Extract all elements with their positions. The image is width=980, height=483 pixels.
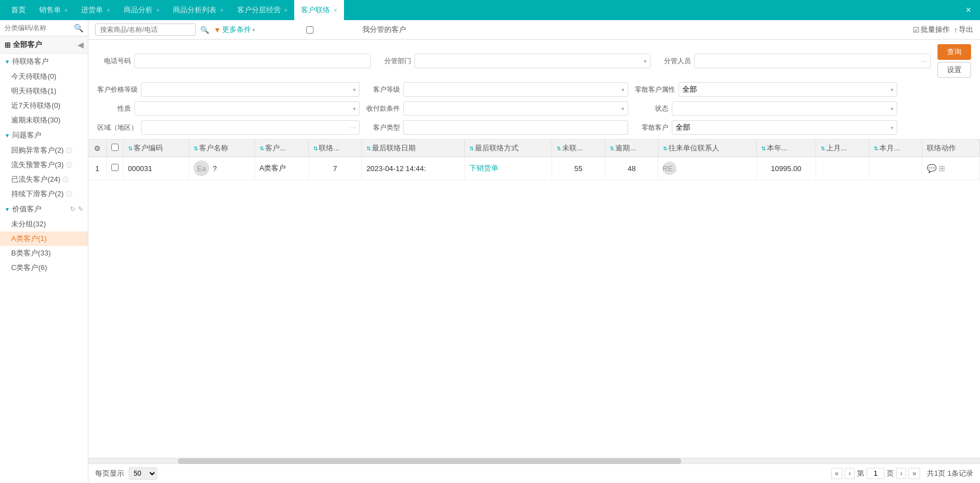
filter-region-input[interactable]: ··· — [141, 120, 360, 135]
nav-tab-analysis[interactable]: 商品分析 × — [117, 0, 166, 20]
nav-tab-customer-contact[interactable]: 客户联络 × — [294, 0, 343, 20]
sort-icon-this-year[interactable]: ⇅ — [761, 145, 766, 151]
sort-icon-name[interactable]: ⇅ — [194, 145, 198, 151]
sidebar-problem-group[interactable]: ▼ 问题客户 — [0, 127, 88, 143]
sort-icon-unit-contact[interactable]: ⇅ — [663, 145, 667, 151]
td-this-month — [869, 157, 922, 180]
sort-icon-overdue[interactable]: ⇅ — [610, 145, 614, 151]
batch-op-btn[interactable]: ☑ 批量操作 — [913, 25, 950, 35]
close-customer-contact-tab[interactable]: × — [333, 7, 337, 13]
nav-tab-customer-layer[interactable]: 客户分层经营 × — [230, 0, 294, 20]
page-size-select[interactable]: 50100 — [129, 467, 157, 480]
filter-scatter-customer: 零散客户 全部 ▾ — [635, 120, 897, 135]
sort-icon-last-date[interactable]: ⇅ — [366, 145, 371, 151]
edit-icon[interactable]: ✎ — [78, 205, 83, 213]
close-all-tabs[interactable]: × — [962, 5, 976, 15]
row-checkbox[interactable] — [111, 164, 119, 171]
next-page-btn[interactable]: › — [896, 468, 906, 479]
content-area: 🔍 ▼ 更多条件 ▾ 我分管的客户 ☑ 批量操作 ↑ 导出 — [88, 20, 980, 483]
avatar: Ea — [194, 160, 209, 176]
sidebar-item-overdue[interactable]: 逾期未联络(30) — [0, 113, 88, 127]
close-sales-tab[interactable]: × — [64, 7, 68, 13]
filter-dept-select[interactable]: ▾ — [414, 54, 651, 68]
sidebar-collapse-btn[interactable]: ◀ — [78, 41, 83, 49]
filter-customer-grade-select[interactable]: ▾ — [403, 82, 629, 97]
my-customers-checkbox[interactable] — [260, 26, 360, 34]
scroll-thumb[interactable] — [178, 458, 681, 464]
th-settings[interactable]: ⚙ — [88, 140, 106, 157]
td-no-contact: 55 — [552, 157, 605, 180]
close-analysis-tab[interactable]: × — [156, 7, 159, 13]
th-this-year: ⇅本年... — [756, 140, 816, 157]
prev-page-btn[interactable]: ‹ — [845, 468, 855, 479]
th-name: ⇅客户名称 — [189, 140, 255, 157]
sort-icon-level[interactable]: ⇅ — [260, 145, 264, 151]
td-checkbox[interactable] — [106, 157, 123, 180]
sidebar-item-a-class[interactable]: A类客户(1) — [0, 231, 88, 246]
filter-ctype-label: 客户类型 — [366, 123, 400, 132]
close-customer-layer-tab[interactable]: × — [284, 7, 288, 13]
more-conditions-btn[interactable]: ▼ 更多条件 ▾ — [214, 25, 255, 35]
td-last-way[interactable]: 下销货单 — [464, 157, 552, 180]
sort-icon-contact[interactable]: ⇅ — [313, 145, 318, 151]
sort-icon-this-month[interactable]: ⇅ — [874, 145, 878, 151]
nav-tab-sales[interactable]: 销售单 × — [32, 0, 74, 20]
search-input[interactable] — [95, 23, 196, 36]
sidebar-item-ungrouped[interactable]: 未分组(32) — [0, 217, 88, 231]
filter-ctype-input[interactable] — [403, 120, 629, 135]
sidebar-item-c-class[interactable]: C类客户(6) — [0, 261, 88, 275]
last-page-btn[interactable]: » — [908, 468, 920, 479]
sort-icon-last-month[interactable]: ⇅ — [821, 145, 825, 151]
horizontal-scrollbar[interactable] — [88, 458, 980, 463]
filter-search-icon[interactable]: 🔍 — [200, 26, 209, 34]
nav-tab-purchase[interactable]: 进货单 × — [74, 0, 116, 20]
close-purchase-tab[interactable]: × — [106, 7, 110, 13]
my-customers-checkbox-label[interactable]: 我分管的客户 — [260, 25, 406, 35]
filter-price-grade-select[interactable]: ▾ — [141, 82, 360, 97]
grid-icon: ⊞ — [4, 41, 11, 49]
filter-nature-select[interactable]: ▾ — [134, 101, 360, 116]
filter-scatter-customer-select[interactable]: 全部 ▾ — [672, 120, 897, 135]
th-checkbox[interactable] — [106, 140, 123, 157]
sidebar-search-icon[interactable]: 🔍 — [74, 23, 83, 32]
close-analysis-list-tab[interactable]: × — [220, 7, 223, 13]
sidebar-value-group[interactable]: ▼ 价值客户 ↻ ✎ — [0, 201, 88, 217]
sidebar-item-churn-warning[interactable]: 流失预警客户(3) ⓘ — [0, 158, 88, 172]
last-way-link[interactable]: 下销货单 — [469, 164, 498, 172]
first-page-btn[interactable]: « — [831, 468, 843, 479]
sidebar-item-today[interactable]: 今天待联络(0) — [0, 69, 88, 84]
sidebar-all-customers[interactable]: ⊞ 全部客户 ◀ — [0, 36, 88, 54]
sort-icon-code[interactable]: ⇅ — [128, 145, 133, 151]
refresh-icon[interactable]: ↻ — [70, 205, 76, 213]
page-input[interactable] — [866, 468, 884, 479]
filter-person-input[interactable]: ··· — [694, 54, 931, 68]
sidebar-item-churned[interactable]: 已流失客户(24) ⓘ — [0, 172, 88, 187]
sidebar-item-declining[interactable]: 持续下滑客户(2) ⓘ — [0, 187, 88, 201]
filter-phone-input[interactable] — [134, 54, 371, 68]
sidebar-pending-group[interactable]: ▼ 待联络客户 — [0, 54, 88, 69]
th-last-date: ⇅最后联络日期 — [362, 140, 465, 157]
td-name[interactable]: Ea ? — [189, 157, 255, 180]
nav-tab-analysis-list[interactable]: 商品分析列表 × — [166, 0, 230, 20]
sort-icon-last-way[interactable]: ⇅ — [469, 145, 474, 151]
sidebar-item-repurchase[interactable]: 回购异常客户(2) ⓘ — [0, 143, 88, 158]
sidebar-search-input[interactable] — [4, 24, 72, 32]
sidebar-item-tomorrow[interactable]: 明天待联络(1) — [0, 84, 88, 98]
export-btn[interactable]: ↑ 导出 — [954, 25, 974, 35]
sort-icon-no-contact[interactable]: ⇅ — [557, 145, 561, 151]
filter-payment-select[interactable]: ▾ — [403, 101, 629, 116]
qr-icon[interactable]: ⊞ — [939, 164, 945, 173]
chat-icon[interactable]: 💬 — [927, 164, 936, 173]
filter-scatter-attr: 零散客户属性 全部 ▾ — [635, 82, 897, 97]
filter-region: 区域（地区） ··· — [97, 120, 360, 135]
settings-btn[interactable]: 设置 — [937, 62, 971, 78]
query-btn[interactable]: 查询 — [937, 44, 971, 60]
filter-scatter-attr-select[interactable]: 全部 ▾ — [679, 82, 897, 97]
td-no: 1 — [88, 157, 106, 180]
filter-status-select[interactable]: ▾ — [672, 101, 897, 116]
nav-home[interactable]: 首页 — [4, 0, 32, 20]
select-all-checkbox[interactable] — [111, 144, 119, 151]
sidebar-item-b-class[interactable]: B类客户(33) — [0, 246, 88, 261]
filter-status-label: 状态 — [635, 104, 668, 113]
sidebar-item-week[interactable]: 近7天待联络(0) — [0, 98, 88, 113]
